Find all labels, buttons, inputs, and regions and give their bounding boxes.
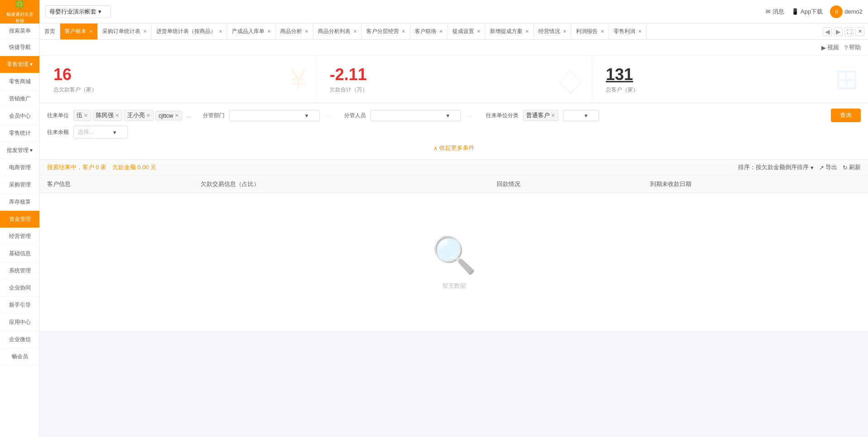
top-links: ▶ 视频 ? 帮助 (40, 40, 868, 56)
filter-label-category: 往来单位分类 (486, 112, 518, 119)
stats-bar: ¥ 16 总欠款客户（家） ◇ -2.11 欠款合计（万） ⊞ 131 总客户（… (40, 56, 868, 103)
tab-close-13[interactable]: ✕ (638, 29, 642, 34)
sidebar-item-7[interactable]: 采购管理 (0, 176, 39, 194)
stat-card-2: ⊞ 131 总客户（家） (592, 56, 868, 103)
tab-11[interactable]: 经营情况✕ (534, 24, 571, 40)
stat-value-1: -2.11 (330, 65, 367, 84)
tab-close-9[interactable]: ✕ (477, 29, 480, 34)
message-btn[interactable]: ✉ 消息 (766, 8, 784, 16)
search-menu[interactable]: 搜索菜单 (0, 24, 39, 39)
unit-tag-remove-0[interactable]: ✕ (84, 113, 88, 119)
refresh-btn[interactable]: ↻ 刷新 (843, 163, 861, 171)
category-tag-0-remove[interactable]: ✕ (551, 113, 555, 119)
person-select-extra[interactable]: ··· (467, 112, 472, 119)
empty-icon: 🔍 (432, 234, 477, 276)
sidebar-item-2[interactable]: 营销推广 (0, 90, 39, 108)
tab-close-7[interactable]: ✕ (402, 29, 405, 34)
sidebar-item-4[interactable]: 零售统计 (0, 125, 39, 142)
col-header-2: 回款情况 (489, 176, 643, 193)
tab-7[interactable]: 客户分层经营✕ (362, 24, 410, 40)
user-menu[interactable]: d demo2 (830, 5, 863, 18)
tab-2[interactable]: 采购订单统计表✕ (98, 24, 152, 40)
sidebar-item-16[interactable]: 企业微信 (0, 331, 39, 348)
category-tag-0: 普通客户 ✕ (523, 110, 558, 121)
sidebar-item-10[interactable]: 经营管理 (0, 228, 39, 245)
tab-fullscreen[interactable]: ⛶ (844, 27, 854, 36)
tab-close-6[interactable]: ✕ (353, 29, 357, 34)
tab-9[interactable]: 提成设置✕ (448, 24, 485, 40)
avatar: d (830, 5, 843, 18)
tab-scroll-right[interactable]: ▶ (834, 27, 843, 36)
tab-close-2[interactable]: ✕ (143, 29, 147, 34)
sidebar-item-11[interactable]: 基础信息 (0, 245, 39, 262)
sidebar-item-6[interactable]: 电商管理 (0, 159, 39, 176)
tab-close-3[interactable]: ✕ (219, 29, 222, 34)
person-select[interactable]: ▾ (370, 110, 461, 121)
sidebar-item-8[interactable]: 库存核算 (0, 194, 39, 211)
tab-close-5[interactable]: ✕ (305, 29, 308, 34)
tab-close-10[interactable]: ✕ (525, 29, 529, 34)
query-button[interactable]: 查询 (831, 109, 861, 122)
tab-0[interactable]: 首页 (40, 24, 60, 40)
topbar-left: 母婴行业演示帐套 ▾ (45, 5, 111, 18)
sidebar-item-17[interactable]: 畅会员 (0, 348, 39, 366)
table-container: 客户信息欠款交易信息（占比）回款情况到期未收款日期 🔍 暂无数据 (40, 176, 868, 338)
quick-nav[interactable]: 快捷导航 (0, 39, 39, 56)
data-table: 客户信息欠款交易信息（占比）回款情况到期未收款日期 🔍 暂无数据 (40, 176, 868, 331)
filter-label-unit: 往来单位 (47, 112, 69, 119)
category-select[interactable]: ▾ (563, 110, 599, 121)
tab-close-11[interactable]: ✕ (563, 29, 566, 34)
main-area: 母婴行业演示帐套 ▾ ✉ 消息 📱 App下载 d demo2 首页客户账本✕采… (40, 0, 868, 437)
collapse-btn[interactable]: ∧ 收起更多条件 (47, 142, 861, 154)
filter-row-2: 往来余额 选择... ▾ (47, 126, 861, 138)
tab-5[interactable]: 商品分析✕ (276, 24, 313, 40)
col-header-0: 客户信息 (40, 176, 193, 193)
help-link[interactable]: ? 帮助 (844, 43, 861, 52)
sidebar-item-9[interactable]: 资金管理 (0, 211, 39, 228)
tab-8[interactable]: 客户联络✕ (410, 24, 448, 40)
unit-tag-remove-1[interactable]: ✕ (115, 113, 119, 119)
filter-tags-category: 普通客户 ✕ (523, 110, 558, 121)
sort-chevron: ▾ (810, 164, 814, 171)
tab-6[interactable]: 商品分析列表✕ (313, 24, 362, 40)
sidebar-item-14[interactable]: 新手引导 (0, 297, 39, 314)
tab-close-all[interactable]: ✕ (855, 27, 864, 36)
sidebar-item-15[interactable]: 应用中心 (0, 314, 39, 331)
sort-select[interactable]: 排序：按欠款金额倒序排序 ▾ (738, 163, 814, 171)
app-download-btn[interactable]: 📱 App下载 (791, 8, 823, 16)
tab-close-4[interactable]: ✕ (267, 29, 271, 34)
tab-close-8[interactable]: ✕ (439, 29, 443, 34)
sidebar-item-1[interactable]: 零售商城 (0, 73, 39, 90)
balance-select[interactable]: 选择... ▾ (73, 126, 128, 138)
sidebar-item-12[interactable]: 系统管理 (0, 262, 39, 280)
tab-13[interactable]: 零售利润✕ (609, 24, 647, 40)
empty-row: 🔍 暂无数据 (40, 193, 868, 331)
col-header-1: 欠款交易信息（占比） (193, 176, 489, 193)
table-header-row: 客户信息欠款交易信息（占比）回款情况到期未收款日期 (40, 176, 868, 193)
tab-close-1[interactable]: ✕ (89, 29, 93, 34)
result-actions: 排序：按欠款金额倒序排序 ▾ ↗ 导出 ↻ 刷新 (738, 163, 861, 171)
filter-more-btn[interactable]: ... (187, 112, 191, 119)
export-icon: ↗ (819, 164, 824, 171)
filter-label-person: 分管人员 (344, 112, 366, 119)
sidebar-item-5[interactable]: 批发管理 ▾ (0, 142, 39, 159)
tab-4[interactable]: 产成品入库单✕ (227, 24, 276, 40)
sidebar-item-0[interactable]: 零售管理 ▾ (0, 56, 39, 73)
sidebar-item-3[interactable]: 会员中心 (0, 108, 39, 125)
tab-close-12[interactable]: ✕ (600, 29, 604, 34)
tab-10[interactable]: 新增提成方案✕ (485, 24, 534, 40)
unit-tag-remove-2[interactable]: ✕ (146, 113, 150, 119)
dept-select[interactable]: ▾ (229, 110, 320, 121)
tab-scroll-left[interactable]: ◀ (823, 27, 832, 36)
store-selector[interactable]: 母婴行业演示帐套 ▾ (45, 5, 111, 18)
tab-1[interactable]: 客户账本✕ (60, 24, 98, 40)
filter-area: 往来单位 伍✕陈民强✕王小亮✕cjttcw✕ ... 分管部门 ▾ ··· 分管… (40, 103, 868, 160)
dept-select-extra[interactable]: ··· (326, 112, 331, 119)
video-link[interactable]: ▶ 视频 (821, 43, 839, 52)
tab-12[interactable]: 利润报告✕ (571, 24, 609, 40)
unit-tag-remove-3[interactable]: ✕ (175, 113, 179, 119)
export-btn[interactable]: ↗ 导出 (819, 163, 837, 171)
tab-3[interactable]: 进货单统计表（按商品）✕ (152, 24, 227, 40)
sidebar-item-13[interactable]: 企业协同 (0, 280, 39, 297)
stats-section: ▶ 视频 ? 帮助 ¥ 16 总欠款客户（家） ◇ -2.11 欠款合计（万） … (40, 40, 868, 103)
